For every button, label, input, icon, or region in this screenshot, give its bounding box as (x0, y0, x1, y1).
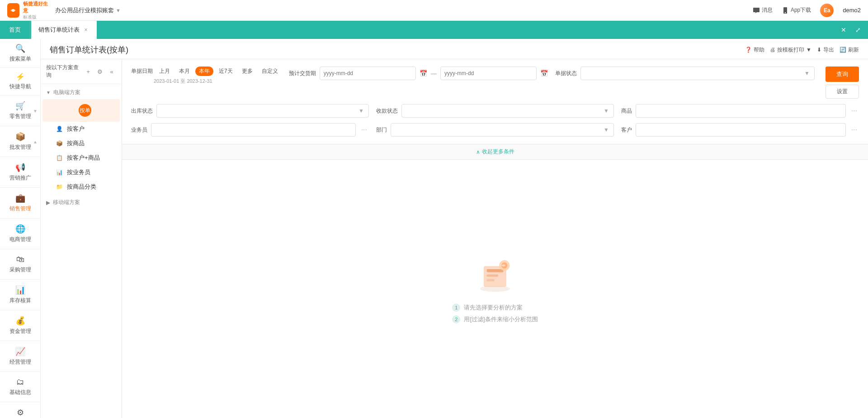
scheme-item-by-salesperson[interactable]: 📊 按业务员 (42, 165, 120, 180)
scheme-add-button[interactable]: + (84, 67, 93, 76)
empty-state: 1 请先选择要分析的方案 2 用[过滤]条件来缩小分析范围 (122, 160, 868, 418)
goods-input-area[interactable] (636, 104, 846, 118)
pc-group-title: 电脑端方案 (53, 89, 80, 96)
pc-group-toggle[interactable]: ▼ 电脑端方案 (41, 86, 122, 99)
sidebar-item-operation[interactable]: 📈 经营管理 (0, 341, 40, 372)
order-status-label: 单据状态 (555, 70, 577, 77)
expected-date-end-input[interactable] (440, 66, 537, 80)
app-download-button[interactable]: App下载 (782, 6, 811, 14)
date-pill-more[interactable]: 更多 (238, 66, 256, 76)
dept-dropdown[interactable]: ▼ (391, 123, 614, 137)
workspace-selector[interactable]: 办公用品行业模拟账套 ▼ (55, 6, 121, 14)
tab-home[interactable]: 首页 (0, 21, 30, 39)
expected-date-start-input[interactable] (320, 66, 416, 80)
page-header: 销售订单统计表(按单) ❓ 帮助 🖨 按模板打印 ▼ ⬇ 导出 🔄 刷新 (41, 39, 868, 59)
dept-arrow-icon: ▼ (604, 127, 609, 133)
mobile-group-arrow-icon: ▶ (46, 200, 50, 206)
inner-content: 按以下方案查询 + ⚙ « ▼ 电脑端方案 按单 (41, 59, 868, 418)
chevron-icon: ▼ (33, 108, 38, 113)
template-print-button[interactable]: 🖨 按模板打印 ▼ (770, 46, 811, 54)
customer-more-icon[interactable]: ··· (849, 126, 859, 134)
sidebar-item-system[interactable]: ⚙ 系统管理 (0, 402, 40, 418)
receipt-status-arrow-icon: ▼ (604, 108, 609, 114)
sidebar-item-purchase[interactable]: 🛍 采购管理 (0, 249, 40, 280)
help-button[interactable]: ❓ 帮助 (745, 46, 764, 54)
status-dropdown-arrow-icon: ▼ (804, 70, 810, 76)
refresh-button[interactable]: 🔄 刷新 (840, 46, 859, 54)
group-arrow-icon: ▼ (46, 90, 51, 95)
mobile-group-toggle[interactable]: ▶ ▶ 移动端方案 移动端方案 (41, 196, 122, 209)
sales-more-icon[interactable]: ··· (359, 126, 369, 134)
sidebar-item-ecommerce[interactable]: 🌐 电商管理 (0, 218, 40, 249)
goods-more-icon[interactable]: ··· (849, 107, 859, 115)
tab-current[interactable]: 销售订单统计表 × (31, 21, 97, 39)
message-button[interactable]: 消息 (753, 6, 773, 14)
sidebar-item-sales[interactable]: 💼 销售管理 (0, 188, 40, 218)
date-pill-this-year[interactable]: 本年 (195, 66, 213, 76)
logo-icon (7, 3, 19, 18)
receipt-status-label: 收款状态 (376, 107, 398, 115)
avatar[interactable]: Ea (820, 4, 834, 17)
sales-label: 业务员 (131, 126, 147, 134)
scheme-item-by-order[interactable]: 按单 (42, 99, 120, 122)
action-buttons: 查询 设置 (822, 66, 859, 99)
expected-date-label: 预计交货期 (289, 70, 316, 77)
active-scheme-indicator: 按单 (79, 104, 91, 117)
out-status-dropdown[interactable]: ▼ (156, 104, 369, 118)
tabbar-close-button[interactable]: ✕ (837, 24, 850, 36)
export-button[interactable]: ⬇ 导出 (817, 46, 834, 54)
query-button[interactable]: 查询 (826, 66, 859, 82)
sidebar-quick-nav[interactable]: ⚡ 快捷导航 (0, 68, 40, 95)
empty-tips: 1 请先选择要分析的方案 2 用[过滤]条件来缩小分析范围 (452, 304, 538, 327)
workspace-chevron-icon: ▼ (116, 8, 121, 13)
calendar-start-icon[interactable]: 📅 (420, 70, 427, 77)
empty-tip-2: 2 用[过滤]条件来缩小分析范围 (452, 315, 538, 323)
arrow-icon: ▲ (33, 139, 38, 144)
calendar-end-icon[interactable]: 📅 (540, 70, 548, 77)
svg-rect-6 (487, 274, 498, 276)
message-icon (753, 7, 760, 14)
sidebar-item-retail[interactable]: 🛒 零售管理 ▼ (0, 95, 40, 126)
main-layout: 🔍 搜索菜单 ⚡ 快捷导航 🛒 零售管理 ▼ 📦 批发管理 ▲ 📢 营销推广 💼… (0, 39, 868, 418)
date-pill-last-month[interactable]: 上月 (156, 66, 174, 76)
scheme-collapse-button[interactable]: « (107, 67, 116, 76)
tab-close-button[interactable]: × (82, 26, 90, 33)
collapse-icon: ∧ (476, 149, 480, 155)
date-label: 单据日期 (131, 67, 153, 75)
scheme-item-by-customer-goods[interactable]: 📋 按客户+商品 (42, 151, 120, 165)
scheme-item-by-goods[interactable]: 📦 按商品 (42, 136, 120, 151)
tip-num-1: 1 (452, 304, 460, 312)
svg-rect-5 (487, 269, 504, 272)
sidebar-item-finance[interactable]: 💰 资金管理 (0, 310, 40, 341)
sidebar-item-marketing[interactable]: 📢 营销推广 (0, 157, 40, 188)
logo-text: 畅捷通好生意 标准版 (23, 0, 48, 20)
sidebar-item-inventory[interactable]: 📊 库存核算 (0, 280, 40, 310)
out-status-label: 出库状态 (131, 107, 153, 115)
out-status-arrow-icon: ▼ (359, 108, 364, 114)
tabbar-expand-button[interactable]: ⤢ (852, 24, 864, 36)
sidebar-item-wholesale[interactable]: 📦 批发管理 ▲ (0, 126, 40, 157)
settings-button[interactable]: 设置 (826, 85, 859, 99)
tabbar-actions: ✕ ⤢ (837, 21, 868, 39)
receipt-status-dropdown[interactable]: ▼ (401, 104, 614, 118)
date-pill-this-month[interactable]: 本月 (175, 66, 193, 76)
customer-input-area[interactable] (636, 123, 846, 137)
date-pill-7days[interactable]: 近7天 (215, 66, 236, 76)
empty-illustration (472, 251, 518, 296)
workspace-area: 办公用品行业模拟账套 ▼ (55, 6, 753, 14)
scheme-header-label: 按以下方案查询 (46, 64, 84, 79)
scheme-settings-button[interactable]: ⚙ (95, 67, 104, 76)
collapse-bar[interactable]: ∧ 收起更多条件 (122, 144, 868, 160)
sales-input-area[interactable] (151, 123, 356, 137)
topbar-right: 消息 App下载 Ea demo2 (753, 4, 861, 17)
date-pill-custom[interactable]: 自定义 (258, 66, 282, 76)
scheme-item-by-category[interactable]: 📁 按商品分类 (42, 180, 120, 194)
svg-point-0 (12, 9, 14, 12)
svg-rect-7 (487, 279, 495, 281)
sidebar-search-item[interactable]: 🔍 搜索菜单 (0, 39, 40, 68)
user-name[interactable]: demo2 (843, 7, 861, 14)
order-status-dropdown[interactable]: ▼ (580, 66, 815, 80)
scheme-item-by-customer[interactable]: 👤 按客户 (42, 122, 120, 136)
sidebar-item-basic[interactable]: 🗂 基础信息 (0, 372, 40, 402)
collapse-label: 收起更多条件 (482, 148, 514, 156)
